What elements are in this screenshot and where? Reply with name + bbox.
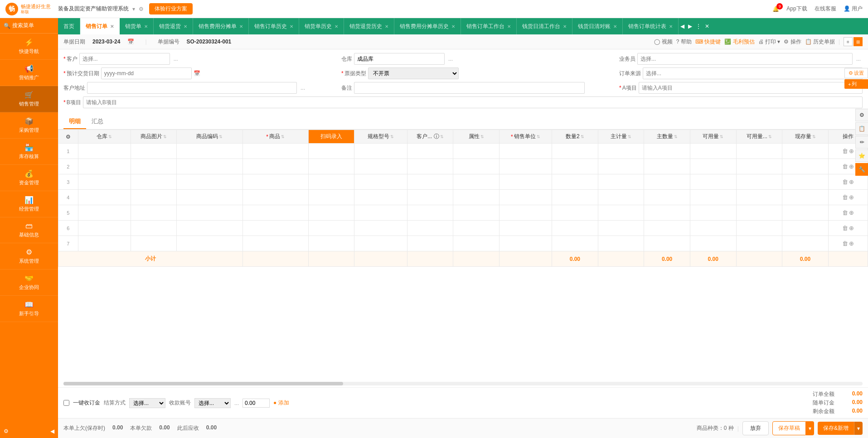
row-2-customer[interactable] bbox=[407, 159, 453, 174]
th-current[interactable]: 现存量⇅ bbox=[782, 130, 829, 144]
row-2-unit[interactable] bbox=[499, 159, 552, 174]
settlement-select[interactable]: 选择... bbox=[129, 398, 165, 408]
detail-tab-summary[interactable]: 汇总 bbox=[86, 115, 109, 129]
user-avatar[interactable]: 👤 用户 bbox=[844, 5, 863, 13]
tab-close-all[interactable]: ✕ bbox=[703, 23, 711, 29]
preview-btn[interactable]: ◯ 视频 bbox=[654, 38, 672, 46]
row-6-delete[interactable]: 🗑 bbox=[842, 225, 848, 231]
delivery-calendar-icon[interactable]: 📅 bbox=[194, 70, 200, 77]
th-main-unit[interactable]: 主计量⇅ bbox=[598, 130, 644, 144]
save-draft-btn[interactable]: 保存草稿 bbox=[772, 421, 806, 435]
right-icon-2[interactable]: 📋 bbox=[855, 122, 868, 135]
sidebar-settings-icon[interactable]: ⚙ bbox=[4, 428, 9, 434]
tab-order-history[interactable]: 销售订单历史 ✕ bbox=[249, 18, 299, 34]
dropdown-icon[interactable]: ▾ bbox=[132, 6, 135, 12]
row-1-attr[interactable] bbox=[453, 144, 499, 159]
add-col-btn[interactable]: + 列 bbox=[844, 79, 868, 89]
tab-nav-next[interactable]: ▶ bbox=[686, 23, 694, 29]
tab-order-workspace[interactable]: 销售订单工作台 ✕ bbox=[461, 18, 517, 34]
a-project-input[interactable] bbox=[639, 82, 863, 94]
row-1-main-qty[interactable] bbox=[644, 144, 690, 159]
staff-input[interactable] bbox=[637, 53, 853, 65]
th-available2[interactable]: 可用量...⇅ bbox=[736, 130, 782, 144]
row-2-spec[interactable] bbox=[354, 159, 407, 174]
sidebar-item-quick-nav[interactable]: ⚡快捷导航 bbox=[0, 34, 58, 60]
payment-dots[interactable]: ... bbox=[234, 400, 239, 406]
detail-tab-items[interactable]: 明细 bbox=[63, 115, 86, 129]
profit-btn[interactable]: 💹 毛利预估 bbox=[724, 38, 754, 46]
row-1-delete[interactable]: 🗑 bbox=[842, 148, 848, 154]
row-4-copy[interactable]: ⊕ bbox=[849, 194, 854, 201]
row-5-copy[interactable]: ⊕ bbox=[849, 209, 854, 216]
address-dots[interactable]: ... bbox=[299, 85, 307, 91]
th-settings[interactable]: ⚙ bbox=[58, 130, 78, 144]
settings-icon[interactable]: ⚙ bbox=[139, 6, 144, 12]
tab-bill-history[interactable]: 销货单历史 ✕ bbox=[299, 18, 344, 34]
row-2-code[interactable] bbox=[177, 159, 242, 174]
row-1-qty2[interactable] bbox=[552, 144, 598, 159]
app-download-link[interactable]: App下载 bbox=[786, 5, 807, 13]
row-1-customer[interactable] bbox=[407, 144, 453, 159]
row-2-qty2[interactable] bbox=[552, 159, 598, 174]
sidebar-item-purchase[interactable]: 📦采购管理 bbox=[0, 112, 58, 139]
th-spec[interactable]: 规格型号⇅ bbox=[354, 130, 407, 144]
tab-sales-fee-close[interactable]: ✕ bbox=[239, 24, 243, 29]
discard-btn[interactable]: 放弃 bbox=[742, 421, 769, 435]
tab-order-workspace-close[interactable]: ✕ bbox=[507, 24, 511, 29]
history-btn[interactable]: 📋 历史单据 bbox=[805, 38, 835, 46]
th-unit[interactable]: *销售单位⇅ bbox=[499, 130, 552, 144]
staff-dots[interactable]: ... bbox=[854, 56, 863, 62]
row-1-product[interactable] bbox=[242, 144, 308, 159]
row-2-warehouse[interactable] bbox=[78, 159, 131, 174]
tab-nav-prev[interactable]: ◀ bbox=[679, 23, 686, 29]
th-product[interactable]: *商品⇅ bbox=[242, 130, 308, 144]
row-5-delete[interactable]: 🗑 bbox=[842, 209, 848, 216]
sidebar-collapse-icon[interactable]: ◀ bbox=[50, 428, 54, 434]
tab-daily-reconcile[interactable]: 钱货日清对账 ✕ bbox=[572, 18, 623, 34]
sidebar-item-search[interactable]: 🔍搜索菜单 bbox=[0, 18, 58, 34]
remark-input[interactable] bbox=[354, 82, 585, 94]
view-icon-detail[interactable]: ⊞ bbox=[853, 37, 863, 46]
sidebar-item-sales[interactable]: 🛒销售管理 bbox=[0, 86, 58, 112]
sidebar-item-basic-info[interactable]: 🗃基础信息 bbox=[0, 217, 58, 243]
scroll-area[interactable] bbox=[58, 380, 868, 387]
row-3-warehouse[interactable] bbox=[78, 174, 131, 190]
row-7-copy[interactable]: ⊕ bbox=[849, 240, 854, 247]
warehouse-dots[interactable]: ... bbox=[446, 56, 455, 62]
scrollbar-thumb[interactable] bbox=[63, 382, 343, 385]
row-6-copy[interactable]: ⊕ bbox=[849, 225, 854, 231]
tab-sales-order[interactable]: 销售订单 ✕ bbox=[80, 18, 120, 34]
delivery-input[interactable] bbox=[101, 67, 192, 79]
sidebar-item-cooperation[interactable]: 🤝企业协同 bbox=[0, 270, 58, 296]
right-icon-3[interactable]: ✏ bbox=[855, 136, 868, 149]
row-3-delete[interactable]: 🗑 bbox=[842, 178, 848, 185]
b-project-input[interactable] bbox=[83, 96, 863, 108]
th-customer[interactable]: 客户... ⓘ⇅ bbox=[407, 130, 453, 144]
row-1-unit[interactable] bbox=[499, 144, 552, 159]
tab-sales-return-close[interactable]: ✕ bbox=[184, 24, 187, 29]
customer-dots[interactable]: ... bbox=[172, 56, 180, 62]
print-btn[interactable]: 🖨 打印 ▾ bbox=[758, 38, 781, 46]
row-2-attr[interactable] bbox=[453, 159, 499, 174]
th-scan[interactable]: 扫码录入 bbox=[308, 130, 354, 144]
row-1-copy[interactable]: ⊕ bbox=[849, 148, 854, 154]
tab-fee-history[interactable]: 销售费用分摊单历史 ✕ bbox=[394, 18, 461, 34]
save-new-arrow[interactable]: ▾ bbox=[854, 422, 863, 435]
th-available[interactable]: 可用量⇅ bbox=[690, 130, 736, 144]
tab-stats-close[interactable]: ✕ bbox=[669, 24, 673, 29]
account-select[interactable]: 选择... bbox=[194, 398, 231, 408]
tab-order-history-close[interactable]: ✕ bbox=[290, 24, 293, 29]
view-icon-list[interactable]: ≡ bbox=[844, 37, 853, 46]
row-7-delete[interactable]: 🗑 bbox=[842, 240, 848, 247]
shortcut-btn[interactable]: ⌨ 快捷键 bbox=[695, 38, 721, 46]
th-main-qty[interactable]: 主数量⇅ bbox=[644, 130, 690, 144]
invoice-select[interactable]: 不开票 bbox=[368, 67, 459, 79]
sidebar-item-inventory[interactable]: 🏪库存核算 bbox=[0, 139, 58, 165]
trial-btn[interactable]: 体验行业方案 bbox=[149, 3, 193, 14]
row-2-delete[interactable]: 🗑 bbox=[842, 163, 848, 170]
settings-panel-btn[interactable]: ⚙ 设置 bbox=[844, 68, 868, 78]
th-img[interactable]: 商品图片⇅ bbox=[131, 130, 177, 144]
row-2-main-qty[interactable] bbox=[644, 159, 690, 174]
save-new-btn[interactable]: 保存&新增 bbox=[818, 422, 854, 435]
online-service-link[interactable]: 在线客服 bbox=[815, 5, 836, 13]
